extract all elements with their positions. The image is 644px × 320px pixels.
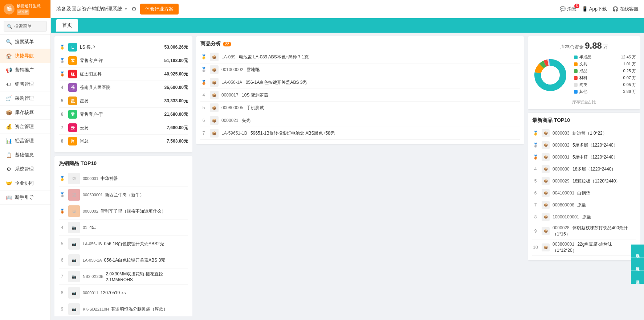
product-rank-num: 7 <box>59 274 65 279</box>
float-btn-客服热线[interactable]: 客服热线 <box>631 245 644 258</box>
hot-product-item: 🥉 🖼 0000002 智利车子里（规格不知道填什么） <box>59 203 188 220</box>
float-btn-直播[interactable]: 直播 <box>631 271 644 284</box>
product-name: 花语萌恒温分腿睡袋（厚款） <box>111 306 168 312</box>
sold-code: 0000021 <box>221 118 239 123</box>
legend-dot <box>574 90 578 94</box>
rank-avatar: 苍 <box>68 83 77 92</box>
trial-button[interactable]: 体验行业方案 <box>140 4 179 15</box>
sidebar-item-enterprise[interactable]: 🤝企业协同 <box>0 176 50 190</box>
rank-amount: 7,563.00元 <box>167 138 188 144</box>
rank-amount: 36,600.00元 <box>164 85 188 91</box>
product-rank-num: 6 <box>59 258 65 263</box>
right-panel: 库存总资金 9.88 万 <box>528 36 640 316</box>
legend-value: 1.01 万 <box>623 61 636 67</box>
tab-home[interactable]: 首页 <box>56 19 78 32</box>
product-row: 01 45# <box>83 225 97 230</box>
rank-name: LS 客户 <box>80 44 162 50</box>
sold-name: 夹壳 <box>242 118 250 123</box>
new-product-code: 0000030 <box>553 167 570 172</box>
new-product-rank-num: 4 <box>532 167 539 172</box>
hot-product-item: 9 📷 KK-SD22110H 花语萌恒温分腿睡袋（厚款） <box>59 301 188 316</box>
sold-icon: 📦 <box>210 129 219 138</box>
product-code: 0000002 <box>83 209 98 213</box>
sold-icon: 📦 <box>210 78 219 87</box>
sidebar-item-quick-nav[interactable]: 🏠快捷导航 <box>0 49 50 63</box>
sidebar-item-label: 搜索菜单 <box>15 38 34 45</box>
sold-list: 🥇 📦 LA-089 电池盖 LA-089 ABS本色+黑种 7.1克 🥈 📦 … <box>200 51 520 140</box>
search-menu-button[interactable]: 🔍 搜索菜单 <box>4 21 47 32</box>
basic-icon: 📋 <box>5 152 12 158</box>
rank-number: 6 <box>59 112 65 117</box>
mid-panel: 商品分析 22 🥇 📦 LA-089 电池盖 LA-089 ABS本色+黑种 7… <box>196 36 524 316</box>
rank-item: 4 苍 苍南县人民医院 36,600.00元 <box>59 81 188 94</box>
hot-products-list: 🥇 🖼 0000001 中华神器 🥈 🖼 000500001 新西兰牛肉（新牛）… <box>59 171 188 316</box>
new-product-info: 000800008 原坐 <box>553 202 636 208</box>
message-icon: 💬 <box>560 6 566 12</box>
new-product-info: 0000031 5厘中纤（1220*2440） <box>553 154 636 160</box>
guide-icon: 📖 <box>5 194 12 200</box>
product-row: NB2.0X30B 2.0X30MM双搓花轴.搓花直径2.1MM/ROHS <box>83 271 188 282</box>
sidebar-item-marketing[interactable]: 📢营销推广 <box>0 63 50 77</box>
sidebar-item-basic[interactable]: 📋基础信息 <box>0 148 50 162</box>
sidebar-item-label: 新手引导 <box>15 194 34 201</box>
new-product-name: 18多层（1220*2440） <box>572 167 616 172</box>
product-code: 0000011 <box>83 291 98 295</box>
sidebar-search-area[interactable]: 🔍 搜索菜单 <box>0 18 50 35</box>
search-icon: 🔍 <box>7 24 12 29</box>
sidebar-item-operations[interactable]: 📊经营管理 <box>0 134 50 148</box>
sold-rank-num: 5 <box>200 105 207 110</box>
rank-name: 肖总 <box>80 138 164 144</box>
float-btn-服务社区[interactable]: 服务社区 <box>631 258 644 271</box>
rank-amount: 7,680.00元 <box>167 125 188 131</box>
new-product-icon: 📦 <box>542 227 550 235</box>
product-image: 📷 <box>68 303 80 315</box>
new-product-icon: 📦 <box>542 213 550 221</box>
sidebar-item-inventory[interactable]: 📦库存核算 <box>0 106 50 120</box>
new-product-rank-num: 5 <box>532 179 539 184</box>
online-service-button[interactable]: 🎧 在线客服 <box>612 6 639 12</box>
sold-item: 7 📦 LA-59651-1B 59651-1B旋转投影灯电池盒 ABS黑色+5… <box>200 127 520 140</box>
sold-rank-num: 6 <box>200 118 207 123</box>
rank-item: 6 零 零售客户-于 21,680.00元 <box>59 108 188 121</box>
rank-name: 零售客户-于 <box>80 111 162 118</box>
product-name: 新西兰牛肉（新牛） <box>105 192 144 198</box>
sidebar-item-sales[interactable]: 🏷销售管理 <box>0 77 50 91</box>
sold-code: LA-056-1A <box>221 80 242 85</box>
hot-product-item: 8 📷 0000011 12070519-xs <box>59 285 188 301</box>
sold-code: LA-089 <box>221 54 236 60</box>
product-row: 000500001 新西兰牛肉（新牛） <box>83 192 144 198</box>
new-product-rank-num: 10 <box>532 245 539 250</box>
rank-name: 零售客户-许 <box>80 58 162 64</box>
product-details: 0000001 中华神器 <box>83 176 118 182</box>
sidebar-item-search[interactable]: 🔍搜索菜单 <box>0 35 50 49</box>
sold-item: 🥇 📦 LA-089 电池盖 LA-089 ABS本色+黑种 7.1克 <box>200 51 520 63</box>
system-name-selector[interactable]: 装备及固定资产辅助管理系统 ▼ <box>56 6 128 12</box>
main-area: 装备及固定资产辅助管理系统 ▼ ⚙ 体验行业方案 💬 消息 6 📱 App下载 … <box>51 0 644 320</box>
product-code: LA-056-1A <box>83 258 102 262</box>
product-row: 0000001 中华神器 <box>83 176 118 182</box>
new-product-rank-num: 🥈 <box>532 143 539 148</box>
new-product-rank-num: 7 <box>532 202 539 208</box>
online-service-label: 在线客服 <box>620 6 639 12</box>
sidebar-item-finance[interactable]: 💰资金管理 <box>0 120 50 134</box>
legend-name: 半成品 <box>579 54 619 60</box>
sidebar-item-guide[interactable]: 📖新手引导 <box>0 190 50 205</box>
hot-product-item: 4 📷 01 45# <box>59 220 188 236</box>
quick-nav-icon: 🏠 <box>5 53 12 59</box>
product-rank-num: 4 <box>59 225 65 230</box>
sold-icon: 📦 <box>210 91 219 99</box>
sold-name: 雪地靴 <box>246 67 260 72</box>
sidebar-item-purchase[interactable]: 🛒采购管理 <box>0 91 50 106</box>
new-product-icon: 📦 <box>542 141 550 149</box>
operations-icon: 📊 <box>5 138 12 144</box>
message-button[interactable]: 💬 消息 6 <box>560 6 576 12</box>
settings-icon[interactable]: ⚙ <box>131 5 136 12</box>
sidebar-item-system[interactable]: ⚙系统管理 <box>0 162 50 176</box>
sold-info: LA-59651-1B 59651-1B旋转投影灯电池盒 ABS黑色+58壳 <box>221 130 520 136</box>
product-name: 2.0X30MM双搓花轴.搓花直径2.1MM/ROHS <box>106 271 188 282</box>
sold-item: 6 📦 0000021 夹壳 <box>200 114 520 127</box>
sold-item: 🥈 📦 001000002 雪地靴 <box>200 63 520 76</box>
product-details: NB2.0X30B 2.0X30MM双搓花轴.搓花直径2.1MM/ROHS <box>83 271 188 282</box>
app-download-button[interactable]: 📱 App下载 <box>582 6 607 12</box>
new-product-item: 7 📦 000800008 原坐 <box>532 199 636 211</box>
